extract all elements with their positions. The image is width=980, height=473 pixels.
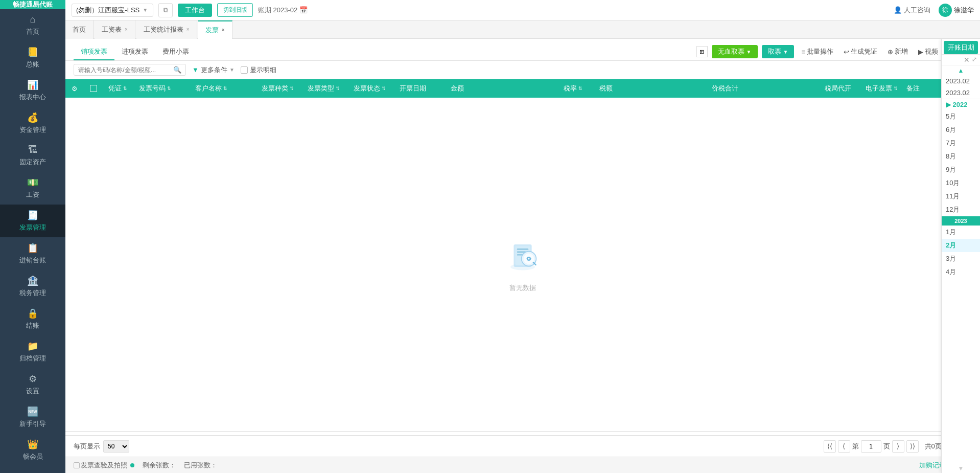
open-period-panel-btn[interactable]: 开账日期: [944, 41, 978, 54]
prev-page-button[interactable]: ⟨: [838, 440, 850, 453]
th-electronic: 电子发票 ⇅: [864, 84, 904, 93]
sidebar-item-unfix[interactable]: ◄◄ 取消固定: [0, 466, 65, 473]
empty-text: 暂无数据: [509, 283, 536, 292]
year-2022-header[interactable]: ▶ 2022: [942, 99, 980, 110]
switch-version-button[interactable]: 切到旧版: [217, 3, 253, 17]
tab-salary-report[interactable]: 工资统计报表 ×: [136, 20, 197, 39]
copy-button[interactable]: ⧉: [158, 3, 173, 17]
new-invoice-button[interactable]: ⊕ 新增: [884, 45, 911, 58]
search-input[interactable]: [78, 66, 170, 74]
date-row-2023-02-2[interactable]: 2023.02: [942, 87, 980, 99]
company-selector[interactable]: (勿删）江西服宝-LSS ▼: [72, 4, 153, 17]
sort-tax-rate-icon[interactable]: ⇅: [578, 86, 582, 91]
sidebar-item-tax[interactable]: 🏦 税务管理: [0, 270, 65, 303]
sidebar-item-invoice[interactable]: 🧾 发票管理: [0, 205, 65, 237]
sort-type2-icon[interactable]: ⇅: [336, 86, 340, 91]
month-12[interactable]: 12月: [942, 203, 980, 216]
sidebar-item-settings[interactable]: ⚙ 设置: [0, 368, 65, 401]
user-service-button[interactable]: 👤 人工咨询: [894, 6, 930, 15]
show-detail-checkbox-area[interactable]: 显示明细: [241, 65, 276, 75]
archive-icon: 📁: [27, 341, 38, 352]
month-4-2023[interactable]: 4月: [942, 265, 980, 279]
sidebar-item-fixed-assets[interactable]: 🏗 固定资产: [0, 140, 65, 172]
user-profile[interactable]: 徐 徐溢华: [939, 4, 974, 17]
th-checkbox[interactable]: [88, 85, 106, 92]
grid-view-icon[interactable]: ⊞: [696, 46, 708, 57]
month-2-2023[interactable]: 2月: [942, 239, 980, 252]
sort-electronic-icon[interactable]: ⇅: [894, 86, 898, 91]
svg-point-9: [528, 258, 529, 259]
content-area: 销项发票 进项发票 费用小票 ⊞ 无血取票 ▼ 取票 ▼ ≡: [65, 39, 980, 473]
generate-voucher-button[interactable]: ↩ 生成凭证: [841, 45, 880, 58]
no-invoice-button[interactable]: 无血取票 ▼: [712, 45, 758, 58]
search-box[interactable]: 🔍: [74, 64, 186, 76]
generate-voucher-icon: ↩: [844, 48, 849, 56]
month-5[interactable]: 5月: [942, 110, 980, 123]
th-invoice-type2: 发票类型 ⇅: [306, 84, 352, 93]
period-icon: 📅: [299, 6, 308, 14]
reports-icon: 📊: [27, 79, 38, 91]
tax-icon: 🏦: [27, 275, 38, 286]
date-panel-close[interactable]: ✕: [964, 56, 970, 64]
month-7[interactable]: 7月: [942, 137, 980, 150]
tab-invoice-close[interactable]: ×: [222, 27, 225, 33]
date-panel-expand[interactable]: ⤢: [972, 56, 977, 64]
sub-tab-purchase-invoice[interactable]: 进项发票: [114, 44, 155, 60]
sidebar-item-reports[interactable]: 📊 报表中心: [0, 74, 65, 107]
sidebar-item-guide[interactable]: 🆕 新手引导: [0, 401, 65, 434]
sidebar-item-ledger[interactable]: 📒 总账: [0, 41, 65, 74]
horizontal-scrollbar[interactable]: [65, 431, 980, 435]
th-settings[interactable]: ⚙: [69, 85, 88, 93]
home-icon: ⌂: [30, 14, 36, 25]
sort-invoice-no-icon[interactable]: ⇅: [167, 86, 171, 91]
up-arrow-icon: ▲: [958, 67, 964, 74]
tab-salary-report-label: 工资统计报表: [144, 25, 183, 34]
empty-state: 暂无数据: [65, 98, 980, 431]
sort-customer-icon[interactable]: ⇅: [223, 86, 227, 91]
sort-voucher-icon[interactable]: ⇅: [123, 86, 127, 91]
tab-salary[interactable]: 工资表 ×: [95, 20, 135, 39]
month-9[interactable]: 9月: [942, 163, 980, 176]
month-6[interactable]: 6月: [942, 123, 980, 137]
sidebar-item-membership-label: 畅会员: [23, 452, 43, 461]
video-button[interactable]: ▶ 视频: [915, 45, 941, 58]
select-all-checkbox[interactable]: [90, 85, 97, 92]
sidebar-item-tax-label: 税务管理: [19, 288, 46, 298]
tab-salary-report-close[interactable]: ×: [186, 27, 190, 32]
sort-type1-icon[interactable]: ⇅: [290, 86, 294, 91]
sidebar-item-salary[interactable]: 💵 工资: [0, 172, 65, 205]
tab-home[interactable]: 首页: [65, 20, 94, 39]
month-10[interactable]: 10月: [942, 176, 980, 190]
get-ticket-button[interactable]: 取票 ▼: [762, 45, 795, 58]
sidebar-item-sales-ledger[interactable]: 📋 进销台账: [0, 237, 65, 270]
sidebar-item-membership[interactable]: 👑 畅会员: [0, 434, 65, 466]
month-1-2023[interactable]: 1月: [942, 226, 980, 239]
settings-col-icon: ⚙: [72, 85, 78, 93]
sidebar-item-archive[interactable]: 📁 归档管理: [0, 335, 65, 368]
month-3-2023[interactable]: 3月: [942, 252, 980, 265]
show-detail-checkbox[interactable]: [241, 66, 248, 74]
date-row-2023-02-1[interactable]: 2023.02: [942, 75, 980, 87]
date-scroll-up[interactable]: ▲: [942, 65, 980, 75]
check-verify-checkbox[interactable]: [74, 462, 80, 468]
next-page-button[interactable]: ⟩: [892, 440, 904, 453]
sidebar-item-home[interactable]: ⌂ 首页: [0, 9, 65, 41]
per-page-select[interactable]: 50 100 200: [103, 440, 129, 453]
more-conditions-button[interactable]: ▼ 更多条件 ▼: [192, 65, 235, 75]
first-page-button[interactable]: ⟨⟨: [824, 440, 836, 453]
tab-salary-close[interactable]: ×: [125, 27, 128, 32]
month-11[interactable]: 11月: [942, 190, 980, 203]
sidebar-item-funds[interactable]: 💰 资金管理: [0, 107, 65, 140]
page-number-input[interactable]: [861, 440, 881, 453]
sort-status-icon[interactable]: ⇅: [382, 86, 386, 91]
last-page-button[interactable]: ⟩⟩: [906, 440, 919, 453]
th-invoice-no: 发票号码 ⇅: [137, 84, 193, 93]
month-8[interactable]: 8月: [942, 150, 980, 163]
sub-tab-sales-invoice[interactable]: 销项发票: [74, 44, 114, 60]
sub-tab-expense-receipt[interactable]: 费用小票: [155, 44, 196, 60]
date-scroll-down[interactable]: ▼: [942, 463, 980, 473]
tab-invoice[interactable]: 发票 ×: [198, 20, 232, 39]
sidebar-item-closing[interactable]: 🔒 结账: [0, 303, 65, 335]
workbench-button[interactable]: 工作台: [178, 4, 212, 17]
batch-op-button[interactable]: ≡ 批量操作: [798, 45, 836, 58]
